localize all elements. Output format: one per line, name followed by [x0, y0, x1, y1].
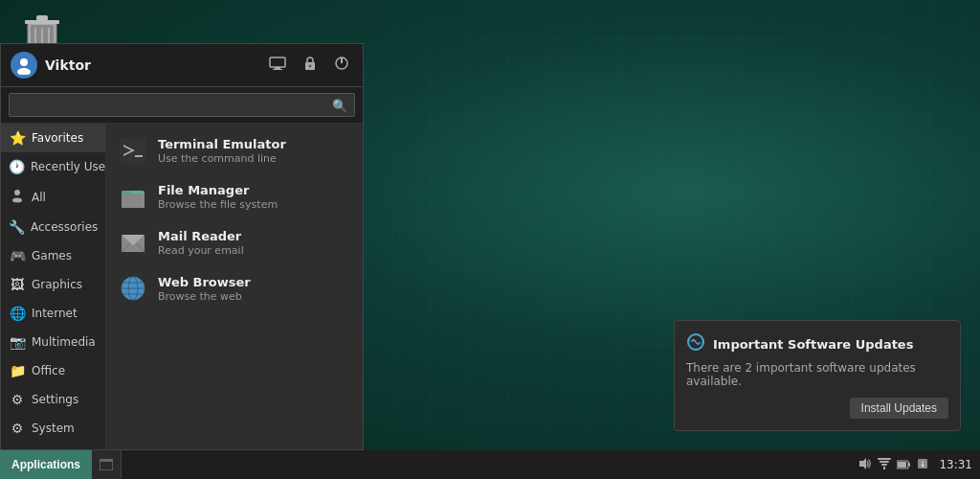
webbrowser-icon	[118, 273, 148, 304]
list-item[interactable]: Terminal Emulator Use the command line	[106, 127, 363, 173]
window-button[interactable]	[92, 450, 122, 479]
webbrowser-desc: Browse the web	[158, 290, 251, 303]
category-office-label: Office	[32, 364, 65, 377]
application-menu: Viktor	[0, 43, 364, 450]
category-recently-used[interactable]: 🕐 Recently Used	[1, 152, 105, 181]
category-graphics-label: Graphics	[32, 278, 82, 291]
screen-button[interactable]	[265, 55, 290, 76]
network-icon[interactable]	[878, 457, 891, 473]
svg-point-8	[17, 68, 31, 75]
notification-title: Important Software Updates	[713, 337, 913, 352]
volume-icon[interactable]	[858, 457, 872, 473]
category-settings-label: Settings	[32, 393, 78, 406]
mailreader-desc: Read your email	[158, 244, 244, 257]
svg-rect-3	[36, 15, 48, 21]
settings-icon: ⚙	[9, 392, 26, 407]
category-multimedia-label: Multimedia	[32, 335, 96, 349]
favorites-icon: ⭐	[9, 130, 26, 146]
notification-popup: Important Software Updates There are 2 i…	[674, 320, 961, 431]
graphics-icon: 🖼	[9, 277, 26, 292]
terminal-info: Terminal Emulator Use the command line	[158, 137, 286, 165]
category-all[interactable]: All	[1, 181, 105, 213]
webbrowser-name: Web Browser	[158, 275, 251, 289]
webbrowser-info: Web Browser Browse the web	[158, 275, 251, 303]
category-internet[interactable]: 🌐 Internet	[1, 299, 105, 328]
filemanager-desc: Browse the file system	[158, 198, 278, 211]
svg-text:↓: ↓	[920, 460, 926, 468]
category-accessories[interactable]: 🔧 Accessories	[1, 213, 105, 241]
search-input[interactable]	[9, 93, 355, 117]
mailreader-info: Mail Reader Read your email	[158, 229, 244, 257]
category-list: ⭐ Favorites 🕐 Recently Used All	[1, 124, 106, 449]
username-label: Viktor	[45, 57, 91, 73]
svg-rect-11	[273, 69, 282, 70]
category-system[interactable]: ⚙ System	[1, 414, 105, 443]
category-settings[interactable]: ⚙ Settings	[1, 385, 105, 414]
taskbar-tray: ↓ 13:31	[851, 457, 980, 473]
app-list: Terminal Emulator Use the command line F…	[106, 124, 363, 449]
svg-rect-10	[275, 67, 280, 69]
taskbar: Applications	[0, 450, 980, 479]
updates-icon[interactable]: ↓	[916, 457, 929, 473]
category-accessories-label: Accessories	[31, 220, 98, 234]
svg-rect-22	[122, 194, 145, 208]
filemanager-info: File Manager Browse the file system	[158, 183, 278, 211]
svg-marker-35	[859, 458, 866, 469]
search-bar: 🔍	[1, 87, 363, 124]
category-favorites[interactable]: ⭐ Favorites	[1, 124, 105, 152]
search-icon: 🔍	[332, 98, 347, 112]
category-games[interactable]: 🎮 Games	[1, 241, 105, 270]
terminal-name: Terminal Emulator	[158, 137, 286, 151]
category-graphics[interactable]: 🖼 Graphics	[1, 270, 105, 299]
office-icon: 📁	[9, 363, 26, 378]
category-games-label: Games	[32, 249, 72, 262]
category-favorites-label: Favorites	[32, 131, 83, 145]
svg-point-16	[14, 190, 20, 195]
svg-rect-42	[898, 462, 906, 468]
svg-point-17	[12, 198, 22, 203]
svg-rect-37	[881, 464, 887, 466]
svg-rect-20	[135, 155, 143, 157]
all-icon	[9, 188, 26, 206]
clock-display: 13:31	[939, 458, 972, 471]
svg-rect-9	[270, 57, 285, 67]
battery-icon[interactable]	[897, 458, 910, 472]
avatar	[11, 52, 37, 79]
list-item[interactable]: Web Browser Browse the web	[106, 265, 363, 311]
filemanager-name: File Manager	[158, 183, 278, 197]
svg-rect-38	[880, 461, 889, 463]
category-recently-used-label: Recently Used	[31, 160, 106, 173]
multimedia-icon: 📷	[9, 334, 26, 350]
menu-header: Viktor	[1, 44, 363, 87]
desktop: Trash Viktor	[0, 0, 980, 479]
category-internet-label: Internet	[32, 307, 78, 320]
list-item[interactable]: File Manager Browse the file system	[106, 173, 363, 219]
system-icon: ⚙	[9, 421, 26, 436]
recently-used-icon: 🕐	[9, 159, 25, 174]
notification-header: Important Software Updates	[686, 332, 948, 355]
accessories-icon: 🔧	[9, 219, 25, 235]
svg-rect-39	[878, 458, 891, 460]
terminal-icon	[118, 135, 148, 166]
install-updates-button[interactable]: Install Updates	[850, 398, 948, 419]
mailreader-name: Mail Reader	[158, 229, 244, 243]
internet-icon: 🌐	[9, 306, 26, 321]
category-office[interactable]: 📁 Office	[1, 356, 105, 385]
menu-header-left: Viktor	[11, 52, 91, 79]
svg-point-7	[20, 58, 28, 66]
filemanager-icon	[118, 181, 148, 212]
notification-body: There are 2 important software updates a…	[686, 361, 948, 388]
power-button[interactable]	[330, 54, 353, 77]
applications-button[interactable]: Applications	[0, 450, 92, 479]
list-item[interactable]: Mail Reader Read your email	[106, 219, 363, 265]
category-all-label: All	[32, 191, 46, 204]
games-icon: 🎮	[9, 248, 26, 263]
header-actions	[265, 54, 353, 77]
terminal-desc: Use the command line	[158, 152, 286, 165]
notification-icon	[686, 332, 705, 355]
category-system-label: System	[32, 422, 75, 435]
category-multimedia[interactable]: 📷 Multimedia	[1, 328, 105, 356]
menu-body: ⭐ Favorites 🕐 Recently Used All	[1, 124, 363, 449]
lock-button[interactable]	[300, 54, 321, 77]
svg-point-13	[309, 65, 312, 68]
